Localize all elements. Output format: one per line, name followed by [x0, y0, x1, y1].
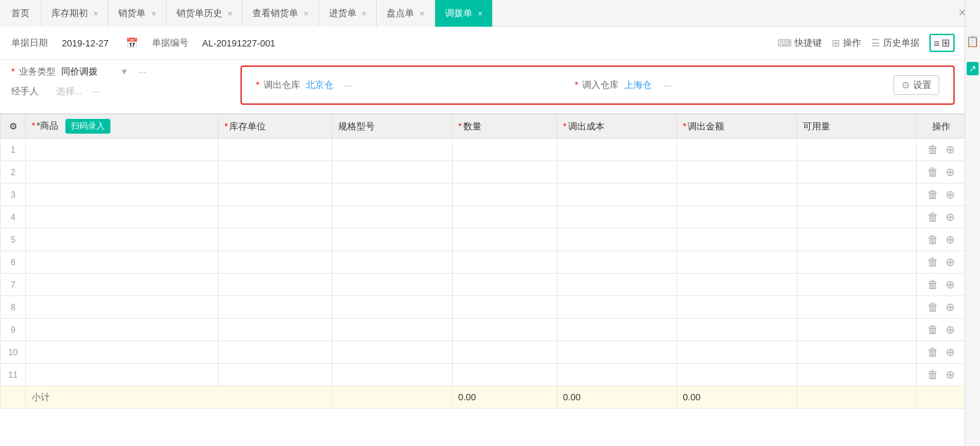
- row-5-spec[interactable]: [333, 229, 452, 251]
- export-icon[interactable]: ↗: [967, 62, 979, 75]
- row-10-spec[interactable]: [333, 341, 452, 364]
- row-2-spec[interactable]: [333, 161, 452, 184]
- row-3-unit[interactable]: [219, 184, 333, 206]
- tab-sales-history[interactable]: 销货单历史 ×: [167, 0, 243, 27]
- delete-icon[interactable]: 🗑: [925, 301, 941, 313]
- row-5-unit[interactable]: [219, 229, 333, 251]
- delete-icon[interactable]: 🗑: [925, 234, 941, 246]
- row-7-unit[interactable]: [219, 274, 333, 296]
- delete-icon[interactable]: 🗑: [925, 166, 941, 178]
- row-7-qty[interactable]: [452, 274, 557, 296]
- biz-type-more-icon[interactable]: ···: [138, 66, 147, 77]
- delete-icon[interactable]: 🗑: [925, 324, 941, 336]
- row-4-unit[interactable]: [219, 206, 333, 229]
- row-5-amount[interactable]: [677, 229, 797, 251]
- row-4-amount[interactable]: [677, 206, 797, 229]
- delete-icon[interactable]: 🗑: [925, 346, 941, 358]
- row-8-product[interactable]: [26, 296, 219, 319]
- row-11-amount[interactable]: [677, 364, 797, 386]
- row-9-product[interactable]: [26, 319, 219, 341]
- row-6-cost[interactable]: [557, 251, 676, 274]
- tab-transfer[interactable]: 调拨单 ×: [435, 0, 493, 27]
- row-10-product[interactable]: [26, 341, 219, 364]
- row-6-qty[interactable]: [452, 251, 557, 274]
- layout-grid-icon[interactable]: ⊞: [941, 37, 950, 49]
- row-10-unit[interactable]: [219, 341, 333, 364]
- layout-list-icon[interactable]: ≡: [934, 37, 940, 49]
- row-8-amount[interactable]: [677, 296, 797, 319]
- row-7-product[interactable]: [26, 274, 219, 296]
- handler-more-icon[interactable]: ···: [92, 86, 101, 97]
- copy-icon[interactable]: ⊕: [943, 369, 957, 381]
- calendar-icon[interactable]: 📅: [126, 37, 138, 49]
- copy-icon[interactable]: ⊕: [943, 166, 957, 178]
- operations-button[interactable]: ⊞ 操作: [832, 37, 861, 49]
- row-4-product[interactable]: [26, 206, 219, 229]
- row-1-cost[interactable]: [557, 139, 676, 161]
- delete-icon[interactable]: 🗑: [925, 279, 941, 291]
- copy-icon[interactable]: ⊕: [943, 211, 957, 223]
- row-2-qty[interactable]: [452, 161, 557, 184]
- biz-type-arrow-icon[interactable]: ▼: [120, 67, 129, 77]
- row-9-spec[interactable]: [333, 319, 452, 341]
- tab-stocktake-close[interactable]: ×: [420, 9, 424, 18]
- tab-view-sales-close[interactable]: ×: [304, 9, 308, 18]
- row-2-unit[interactable]: [219, 161, 333, 184]
- delete-icon[interactable]: 🗑: [925, 369, 941, 381]
- out-warehouse-more-icon[interactable]: ···: [344, 79, 353, 91]
- row-1-unit[interactable]: [219, 139, 333, 161]
- delete-icon[interactable]: 🗑: [925, 256, 941, 268]
- row-8-unit[interactable]: [219, 296, 333, 319]
- row-3-cost[interactable]: [557, 184, 676, 206]
- history-button[interactable]: ☰ 历史单据: [871, 37, 920, 49]
- row-11-cost[interactable]: [557, 364, 676, 386]
- tab-transfer-close[interactable]: ×: [478, 9, 482, 18]
- handler-placeholder[interactable]: 选择...: [56, 85, 82, 98]
- row-7-amount[interactable]: [677, 274, 797, 296]
- row-7-cost[interactable]: [557, 274, 676, 296]
- row-11-qty[interactable]: [452, 364, 557, 386]
- date-value[interactable]: 2019-12-27: [62, 38, 109, 49]
- tab-inventory-init-close[interactable]: ×: [94, 9, 98, 18]
- row-8-spec[interactable]: [333, 296, 452, 319]
- row-9-qty[interactable]: [452, 319, 557, 341]
- row-5-cost[interactable]: [557, 229, 676, 251]
- tab-sales-history-close[interactable]: ×: [228, 9, 232, 18]
- row-11-unit[interactable]: [219, 364, 333, 386]
- row-6-amount[interactable]: [677, 251, 797, 274]
- row-9-amount[interactable]: [677, 319, 797, 341]
- layout-buttons[interactable]: ≡ ⊞: [929, 34, 955, 52]
- row-1-product[interactable]: [26, 139, 219, 161]
- shortcuts-button[interactable]: ⌨ 快捷键: [778, 37, 822, 49]
- row-4-cost[interactable]: [557, 206, 676, 229]
- tab-view-sales[interactable]: 查看销货单 ×: [243, 0, 318, 27]
- copy-icon[interactable]: ⊕: [943, 279, 957, 291]
- row-1-qty[interactable]: [452, 139, 557, 161]
- row-4-qty[interactable]: [452, 206, 557, 229]
- row-5-qty[interactable]: [452, 229, 557, 251]
- table-wrapper[interactable]: ⚙ **商品 扫码录入 *库存单位 规格型号 *数量 *调出成本: [0, 113, 966, 446]
- in-warehouse-more-icon[interactable]: ···: [663, 79, 671, 91]
- row-2-amount[interactable]: [677, 161, 797, 184]
- notes-icon[interactable]: 📋: [966, 35, 979, 48]
- row-10-cost[interactable]: [557, 341, 676, 364]
- row-3-product[interactable]: [26, 184, 219, 206]
- tab-home[interactable]: 首页: [0, 0, 41, 27]
- copy-icon[interactable]: ⊕: [943, 346, 957, 358]
- row-6-spec[interactable]: [333, 251, 452, 274]
- copy-icon[interactable]: ⊕: [943, 301, 957, 313]
- row-10-amount[interactable]: [677, 341, 797, 364]
- row-1-amount[interactable]: [677, 139, 797, 161]
- row-3-spec[interactable]: [333, 184, 452, 206]
- row-2-cost[interactable]: [557, 161, 676, 184]
- row-5-product[interactable]: [26, 229, 219, 251]
- row-1-spec[interactable]: [333, 139, 452, 161]
- delete-icon[interactable]: 🗑: [925, 189, 941, 200]
- tab-sales-order-close[interactable]: ×: [151, 9, 155, 18]
- copy-icon[interactable]: ⊕: [943, 324, 957, 336]
- row-2-product[interactable]: [26, 161, 219, 184]
- col-header-gear[interactable]: ⚙: [1, 115, 26, 139]
- tab-inventory-init[interactable]: 库存期初 ×: [41, 0, 108, 27]
- row-11-product[interactable]: [26, 364, 219, 386]
- row-8-cost[interactable]: [557, 296, 676, 319]
